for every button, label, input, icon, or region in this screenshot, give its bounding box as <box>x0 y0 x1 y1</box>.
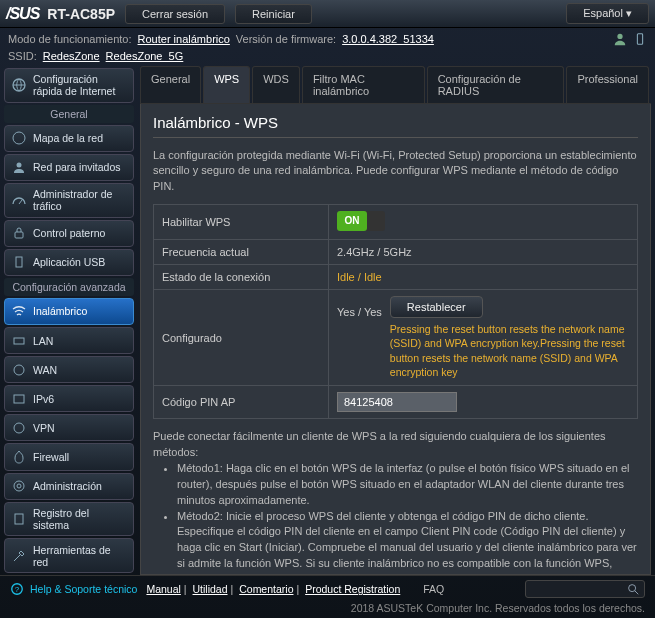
mode-link[interactable]: Router inalámbrico <box>138 33 230 45</box>
sidebar-traffic-manager[interactable]: Administrador de tráfico <box>4 183 134 218</box>
language-select[interactable]: Español ▾ <box>566 3 649 24</box>
svg-rect-6 <box>15 232 23 238</box>
gauge-icon <box>11 192 27 208</box>
sidebar-label: Registro del sistema <box>33 507 127 531</box>
ssid2-link[interactable]: RedesZone_5G <box>106 50 184 62</box>
sidebar-label: Firewall <box>33 451 69 463</box>
svg-point-3 <box>13 132 25 144</box>
reset-button[interactable]: Restablecer <box>390 296 483 318</box>
log-icon <box>11 511 27 527</box>
sidebar-header-advanced: Configuración avanzada <box>4 278 134 296</box>
sidebar-label: Inalámbrico <box>33 305 87 317</box>
tab-general[interactable]: General <box>140 66 201 103</box>
wifi-icon <box>11 303 27 319</box>
svg-point-9 <box>14 365 24 375</box>
ssid1-link[interactable]: RedesZone <box>43 50 100 62</box>
help-icon[interactable]: ? <box>10 582 24 596</box>
row-enable-label: Habilitar WPS <box>154 205 329 240</box>
toggle-on-label: ON <box>337 211 367 231</box>
footer-link-register[interactable]: Product Registration <box>305 583 400 595</box>
map-icon <box>11 130 27 146</box>
usb-app-icon <box>11 254 27 270</box>
brand-logo: /SUS <box>6 5 39 23</box>
sidebar: Configuración rápida de Internet General… <box>0 66 138 575</box>
svg-text:?: ? <box>15 585 20 594</box>
user-icon[interactable] <box>613 32 627 46</box>
sidebar-wan[interactable]: WAN <box>4 356 134 383</box>
sidebar-firewall[interactable]: Firewall <box>4 443 134 470</box>
sidebar-wireless[interactable]: Inalámbrico <box>4 298 134 325</box>
sidebar-label: Red para invitados <box>33 161 121 173</box>
row-pin-label: Código PIN AP <box>154 385 329 418</box>
sidebar-label: Administración <box>33 480 102 492</box>
sidebar-label: Herramientas de red <box>33 544 127 568</box>
sidebar-quick-setup[interactable]: Configuración rápida de Internet <box>4 68 134 103</box>
language-label: Español <box>583 7 623 19</box>
method-2: Método2: Inicie el proceso WPS del clien… <box>177 509 638 575</box>
sidebar-ipv6[interactable]: IPv6 <box>4 385 134 412</box>
ap-pin-input[interactable] <box>337 392 457 412</box>
method-1: Método1: Haga clic en el botón WPS de la… <box>177 461 638 509</box>
reset-hint: Pressing the reset button resets the net… <box>390 322 629 379</box>
footer-link-feedback[interactable]: Comentario <box>239 583 293 595</box>
configured-value: Yes / Yes <box>337 296 382 379</box>
sidebar-label: VPN <box>33 422 55 434</box>
svg-point-0 <box>617 34 622 39</box>
svg-rect-8 <box>14 338 24 344</box>
logout-button[interactable]: Cerrar sesión <box>125 4 225 24</box>
sidebar-label: LAN <box>33 335 53 347</box>
fw-link[interactable]: 3.0.0.4.382_51334 <box>342 33 434 45</box>
svg-point-13 <box>14 481 24 491</box>
firewall-icon <box>11 449 27 465</box>
sidebar-lan[interactable]: LAN <box>4 327 134 354</box>
footer-link-utility[interactable]: Utilidad <box>193 583 228 595</box>
methods-intro: Puede conectar fácilmente un cliente de … <box>153 429 638 461</box>
svg-point-4 <box>17 163 22 168</box>
vpn-icon <box>11 420 27 436</box>
tab-mac-filter[interactable]: Filtro MAC inalámbrico <box>302 66 425 103</box>
sidebar-guest-network[interactable]: Red para invitados <box>4 154 134 181</box>
sidebar-label: Aplicación USB <box>33 256 105 268</box>
svg-line-18 <box>635 591 639 595</box>
info-bar: Modo de funcionamiento: Router inalámbri… <box>0 28 655 50</box>
row-state-value: Idle / Idle <box>337 271 382 283</box>
lan-icon <box>11 333 27 349</box>
ssid-label: SSID: <box>8 50 37 62</box>
svg-rect-7 <box>16 257 22 267</box>
reboot-button[interactable]: Reiniciar <box>235 4 312 24</box>
search-icon <box>626 582 640 596</box>
faq-label: FAQ <box>423 583 444 595</box>
guest-icon <box>11 159 27 175</box>
tab-radius[interactable]: Configuración de RADIUS <box>427 66 565 103</box>
sidebar-syslog[interactable]: Registro del sistema <box>4 502 134 537</box>
tab-wps[interactable]: WPS <box>203 66 250 103</box>
sidebar-label: Mapa de la red <box>33 132 103 144</box>
search-box[interactable] <box>525 580 645 598</box>
sidebar-network-map[interactable]: Mapa de la red <box>4 125 134 152</box>
usb-icon[interactable] <box>633 32 647 46</box>
settings-table: Habilitar WPS ON Frecuencia actual 2.4GH… <box>153 204 638 419</box>
sidebar-label: Configuración rápida de Internet <box>33 73 127 97</box>
svg-point-17 <box>629 585 636 592</box>
page-title: Inalámbrico - WPS <box>153 114 638 138</box>
tab-wds[interactable]: WDS <box>252 66 300 103</box>
sidebar-parental-control[interactable]: Control paterno <box>4 220 134 247</box>
svg-point-12 <box>17 484 21 488</box>
sidebar-label: Control paterno <box>33 227 105 239</box>
help-label[interactable]: Help & Soporte técnico <box>30 583 137 595</box>
wan-icon <box>11 362 27 378</box>
sidebar-vpn[interactable]: VPN <box>4 414 134 441</box>
row-configured-label: Configurado <box>154 290 329 386</box>
copyright: 2018 ASUSTeK Computer Inc. Reservados to… <box>10 602 645 614</box>
gear-icon <box>11 478 27 494</box>
footer: ? Help & Soporte técnico Manual| Utilida… <box>0 575 655 618</box>
footer-link-manual[interactable]: Manual <box>146 583 180 595</box>
tab-professional[interactable]: Professional <box>566 66 649 103</box>
row-freq-label: Frecuencia actual <box>154 240 329 265</box>
main-panel: Inalámbrico - WPS La configuración prote… <box>140 104 651 575</box>
chevron-down-icon: ▾ <box>626 7 632 19</box>
sidebar-nettools[interactable]: Herramientas de red <box>4 538 134 573</box>
sidebar-usb-app[interactable]: Aplicación USB <box>4 249 134 276</box>
wps-toggle[interactable]: ON <box>337 211 385 231</box>
sidebar-admin[interactable]: Administración <box>4 473 134 500</box>
